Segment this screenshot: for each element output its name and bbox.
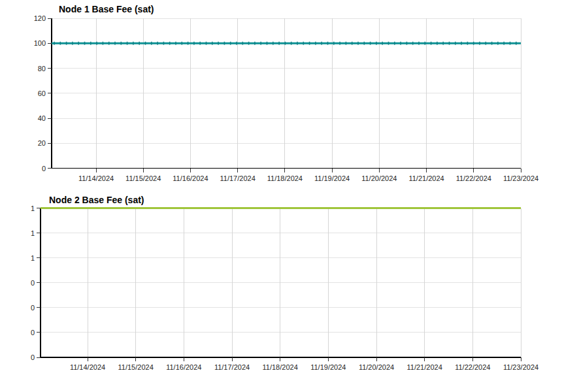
svg-text:0: 0 — [31, 329, 35, 336]
svg-text:0: 0 — [31, 279, 35, 287]
svg-text:11/22/2024: 11/22/2024 — [456, 174, 491, 182]
svg-text:60: 60 — [38, 90, 46, 97]
node1-base-fee-chart: Node 1 Base Fee (sat) 12010080604020011/… — [0, 0, 562, 189]
svg-text:11/18/2024: 11/18/2024 — [263, 363, 298, 371]
node1-chart-canvas: 12010080604020011/14/202411/15/202411/16… — [0, 0, 562, 189]
svg-text:11/21/2024: 11/21/2024 — [408, 174, 444, 182]
svg-text:100: 100 — [34, 39, 46, 47]
svg-text:0: 0 — [31, 304, 35, 312]
node2-base-fee-chart: Node 2 Base Fee (sat) 111000011/14/20241… — [0, 189, 562, 392]
svg-text:11/19/2024: 11/19/2024 — [310, 363, 346, 371]
svg-text:120: 120 — [34, 14, 46, 22]
svg-text:80: 80 — [38, 65, 46, 73]
svg-text:11/23/2024: 11/23/2024 — [503, 174, 538, 182]
svg-text:11/14/2024: 11/14/2024 — [78, 174, 114, 182]
node2-chart-canvas: 111000011/14/202411/15/202411/16/202411/… — [0, 189, 562, 392]
svg-text:1: 1 — [31, 229, 35, 237]
svg-text:1: 1 — [31, 204, 35, 212]
svg-text:11/20/2024: 11/20/2024 — [359, 363, 394, 371]
svg-text:11/15/2024: 11/15/2024 — [118, 363, 154, 371]
svg-text:11/18/2024: 11/18/2024 — [267, 174, 303, 182]
dashboard-page: Node 1 Base Fee (sat) 12010080604020011/… — [0, 0, 562, 392]
svg-text:20: 20 — [38, 139, 46, 147]
svg-text:40: 40 — [38, 114, 46, 122]
svg-text:11/19/2024: 11/19/2024 — [314, 174, 350, 182]
svg-text:11/22/2024: 11/22/2024 — [455, 363, 490, 371]
svg-text:11/16/2024: 11/16/2024 — [166, 363, 201, 371]
svg-text:11/21/2024: 11/21/2024 — [407, 363, 442, 371]
svg-text:11/20/2024: 11/20/2024 — [361, 174, 397, 182]
svg-text:0: 0 — [42, 165, 46, 172]
svg-text:11/14/2024: 11/14/2024 — [70, 363, 105, 371]
svg-text:11/15/2024: 11/15/2024 — [125, 174, 161, 182]
svg-text:11/16/2024: 11/16/2024 — [173, 174, 208, 182]
svg-text:11/17/2024: 11/17/2024 — [220, 174, 256, 182]
svg-text:1: 1 — [31, 254, 35, 262]
svg-text:11/17/2024: 11/17/2024 — [214, 363, 250, 371]
svg-text:11/23/2024: 11/23/2024 — [503, 363, 538, 371]
svg-text:0: 0 — [31, 353, 35, 361]
